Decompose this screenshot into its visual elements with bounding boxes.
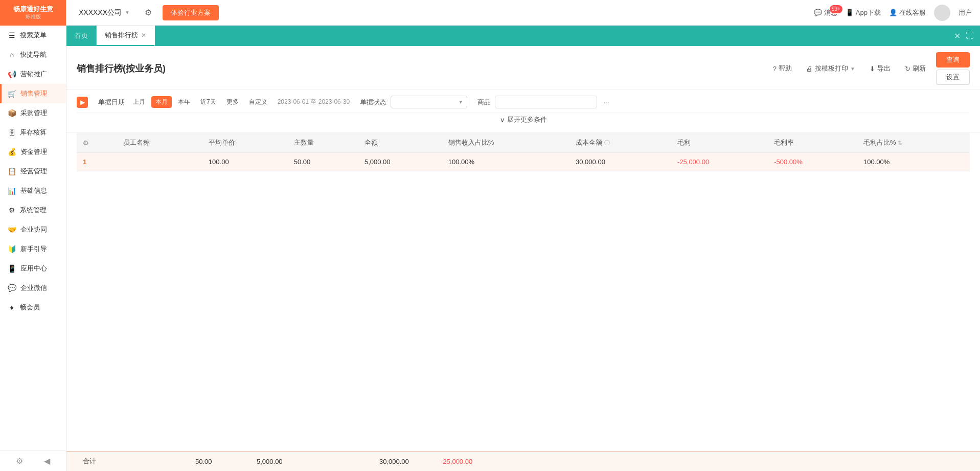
page-title-bar: 销售排行榜(按业务员) ? 帮助 🖨 按模板打印 ▼ ⬇ 导出	[66, 46, 980, 89]
col-header-settings-col: ⚙	[77, 133, 117, 153]
expand-more-btn[interactable]: ∨ 展开更多条件	[77, 113, 970, 126]
filter-row: ▶ 单据日期 上月本月本年近7天更多自定义 2023-06-01 至 2023-…	[77, 96, 970, 108]
message-icon: 💬	[814, 9, 822, 16]
status-select[interactable]	[391, 96, 467, 108]
close-all-tabs-icon[interactable]: ✕	[954, 31, 961, 41]
tab-sales-rank[interactable]: 销售排行榜✕	[97, 26, 155, 46]
collapse-icon[interactable]: ◀	[44, 456, 50, 466]
table-settings-btn[interactable]: 设置	[936, 70, 970, 85]
sidebar-logo: 畅康通好生意 标准版	[0, 0, 66, 26]
cell-gross: -25,000.00	[671, 153, 768, 171]
status-select-wrapper: ▼	[391, 96, 467, 108]
sidebar-item-quick-nav[interactable]: ⌂ 快捷导航	[0, 45, 66, 64]
sidebar-icon-purchase: 📦	[8, 109, 16, 117]
tab-close-sales-rank[interactable]: ✕	[141, 32, 146, 39]
sidebar-item-member[interactable]: ♦ 畅会员	[0, 298, 66, 317]
sidebar-icon-finance: 💰	[8, 148, 16, 156]
sidebar-label-operations: 经营管理	[20, 167, 47, 176]
refresh-btn[interactable]: ↻ 刷新	[901, 62, 930, 75]
sidebar-icon-quick-nav: ⌂	[8, 51, 16, 59]
footer-amount: 5,000.00	[257, 458, 308, 465]
logo-sub: 标准版	[26, 13, 41, 20]
sidebar-item-inventory[interactable]: 🗄 库存核算	[0, 123, 66, 142]
message-btn[interactable]: 💬 消息 99+	[814, 8, 837, 17]
col-header-avg-price: 平均单价	[202, 133, 288, 153]
date-btn-更多[interactable]: 更多	[222, 96, 243, 108]
goods-filter-label: 商品	[477, 98, 491, 107]
sidebar-item-marketing[interactable]: 📢 营销推广	[0, 64, 66, 84]
sales-rank-table: ⚙员工名称平均单价主数量全额销售收入占比%成本全额 ⓘ毛利毛利率毛利占比% ⇅ …	[77, 133, 970, 171]
sidebar-icon-member: ♦	[8, 303, 16, 311]
sidebar-item-wechat[interactable]: 💬 企业微信	[0, 278, 66, 298]
date-filter: 单据日期 上月本月本年近7天更多自定义 2023-06-01 至 2023-06…	[98, 96, 350, 108]
col-settings-icon[interactable]: ⚙	[83, 139, 89, 147]
company-dropdown-arrow: ▼	[125, 10, 130, 15]
sidebar-item-sales[interactable]: 🛒 销售管理	[0, 84, 66, 103]
sidebar-label-member: 畅会员	[20, 303, 40, 312]
sidebar-label-app-center: 应用中心	[20, 264, 47, 273]
sidebar-icon-operations: 📋	[8, 167, 16, 175]
app-icon: 📱	[846, 9, 854, 16]
tabs-container: 首页销售排行榜✕	[66, 26, 155, 46]
col-header-amount: 全额	[358, 133, 442, 153]
sidebar: 畅康通好生意 标准版 ☰ 搜索菜单⌂ 快捷导航📢 营销推广🛒 销售管理📦 采购管…	[0, 0, 66, 471]
sidebar-item-search-order[interactable]: ☰ 搜索菜单	[0, 26, 66, 45]
arrow-icon: ▶	[80, 99, 85, 106]
header-settings-btn[interactable]: ⚙	[140, 5, 156, 21]
footer-gross: -25,000.00	[441, 458, 492, 465]
template-print-btn[interactable]: 🖨 按模板打印 ▼	[802, 62, 859, 75]
avatar[interactable]	[934, 5, 950, 21]
cell-employee	[117, 153, 202, 171]
col-header-main-qty: 主数量	[288, 133, 358, 153]
restore-icon[interactable]: ⛶	[966, 31, 974, 40]
sidebar-item-app-center[interactable]: 📱 应用中心	[0, 259, 66, 278]
settings-bottom-icon[interactable]: ⚙	[16, 456, 23, 466]
sidebar-item-system[interactable]: ⚙ 系统管理	[0, 200, 66, 220]
export-btn[interactable]: ⬇ 导出	[865, 62, 895, 75]
goods-input[interactable]	[495, 96, 597, 108]
cell-avg-price: 100.00	[202, 153, 288, 171]
service-icon: 👤	[889, 9, 897, 16]
goods-more-icon[interactable]: ···	[603, 98, 609, 106]
company-selector[interactable]: XXXXXX公司 ▼	[75, 6, 134, 19]
page-actions: ? 帮助 🖨 按模板打印 ▼ ⬇ 导出 ↻ 刷新	[769, 52, 970, 85]
page-content: 销售排行榜(按业务员) ? 帮助 🖨 按模板打印 ▼ ⬇ 导出	[66, 46, 980, 471]
sidebar-item-basic-info[interactable]: 📊 基础信息	[0, 181, 66, 200]
gross-pct-sort-icon[interactable]: ⇅	[898, 140, 902, 146]
sidebar-label-enterprise: 企业协同	[20, 225, 47, 234]
app-download-btn[interactable]: 📱 App下载	[846, 8, 881, 17]
online-service-btn[interactable]: 👤 在线客服	[889, 8, 926, 17]
tab-label-home: 首页	[75, 31, 88, 40]
refresh-icon: ↻	[905, 65, 910, 73]
cell-cost: 30,000.00	[569, 153, 671, 171]
cell-gross-rate: -500.00%	[768, 153, 857, 171]
filter-expand-icon[interactable]: ▶	[77, 97, 88, 108]
table-footer: 合计 50.00 5,000.00 30,000.00 -25,000.00	[66, 451, 980, 471]
sidebar-icon-app-center: 📱	[8, 264, 16, 273]
sidebar-icon-basic-info: 📊	[8, 187, 16, 195]
sidebar-icon-enterprise: 🤝	[8, 226, 16, 234]
cost-help-icon[interactable]: ⓘ	[604, 140, 610, 146]
date-btn-本月[interactable]: 本月	[151, 96, 172, 108]
table-header: ⚙员工名称平均单价主数量全额销售收入占比%成本全额 ⓘ毛利毛利率毛利占比% ⇅	[77, 133, 970, 153]
trial-industry-btn[interactable]: 体验行业方案	[163, 5, 219, 20]
help-btn[interactable]: ? 帮助	[769, 62, 796, 75]
sidebar-item-purchase[interactable]: 📦 采购管理	[0, 103, 66, 123]
sidebar-item-enterprise[interactable]: 🤝 企业协同	[0, 220, 66, 239]
date-btn-上月[interactable]: 上月	[129, 96, 149, 108]
tab-home[interactable]: 首页	[66, 26, 97, 46]
top-header: XXXXXX公司 ▼ ⚙ 体验行业方案 💬 消息 99+ 📱 App下载 👤 在…	[66, 0, 980, 26]
footer-label: 合计	[83, 457, 124, 466]
sidebar-icon-system: ⚙	[8, 206, 16, 214]
col-header-gross-profit: 毛利	[671, 133, 768, 153]
date-btn-近7天[interactable]: 近7天	[196, 96, 220, 108]
sidebar-nav: ☰ 搜索菜单⌂ 快捷导航📢 营销推广🛒 销售管理📦 采购管理🗄 库存核算💰 资金…	[0, 26, 66, 317]
date-btn-本年[interactable]: 本年	[174, 96, 194, 108]
sidebar-item-beginner[interactable]: 🔰 新手引导	[0, 239, 66, 259]
sidebar-item-operations[interactable]: 📋 经营管理	[0, 162, 66, 181]
date-btn-自定义[interactable]: 自定义	[245, 96, 271, 108]
query-btn[interactable]: 查询	[936, 52, 970, 68]
tab-bar: 首页销售排行榜✕ ✕ ⛶	[66, 26, 980, 46]
col-header-cost-amount: 成本全额 ⓘ	[569, 133, 671, 153]
sidebar-item-finance[interactable]: 💰 资金管理	[0, 142, 66, 162]
